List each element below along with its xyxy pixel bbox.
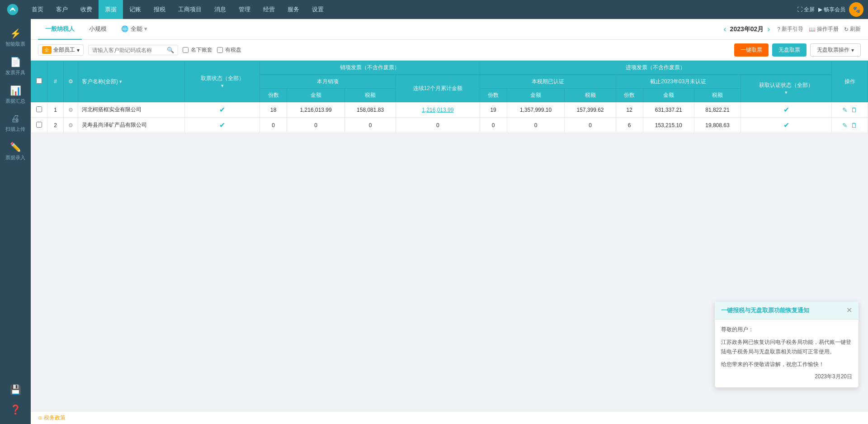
tab-bar: 一般纳税人 小规模 🌐 全能 ▾ ‹ 2023年02月 › ? 新手引导 <box>31 19 868 40</box>
row-monthly-tax: 0 <box>345 118 396 133</box>
select-all-checkbox[interactable] <box>36 78 42 84</box>
tax-disk-checkbox[interactable] <box>217 47 223 53</box>
period-label: 2023年02月 <box>730 25 764 33</box>
sidebar-item-download[interactable]: 💾 <box>0 380 31 400</box>
table-header-group-row: # ⚙ 客户名称(全部) ▾ 取票状态（全部） ▾ 销项发票（不含作废票） 进项… <box>31 61 868 75</box>
invoice-summary-icon: 📊 <box>10 85 21 96</box>
customer-filter-icon[interactable]: ▾ <box>119 79 122 84</box>
employee-dropdown-icon: ▾ <box>77 47 80 53</box>
row-monthly-count: 18 <box>260 102 287 118</box>
th-uncert-tax: 税额 <box>694 89 741 102</box>
cancel-filter-icon[interactable]: ▾ <box>221 83 224 88</box>
search-input[interactable] <box>92 47 165 53</box>
sidebar-item-invoice-entry[interactable]: ✏️ 票据录入 <box>0 137 31 166</box>
row-checkbox[interactable] <box>36 106 42 112</box>
tax-policy-link[interactable]: ⊙ 税务政策 <box>38 414 66 421</box>
refresh-button[interactable]: ↻ 刷新 <box>844 25 861 33</box>
nav-tax[interactable]: 报税 <box>147 0 172 19</box>
tab-all-capable[interactable]: 🌐 全能 ▾ <box>114 19 155 40</box>
row-cert-status: ✔ <box>741 118 832 133</box>
row-cert-tax: 157,399.62 <box>565 102 616 118</box>
cancel-status-icon: ✔ <box>219 121 225 129</box>
employee-tag: 全 <box>42 46 52 54</box>
refresh-icon: ↻ <box>844 26 849 33</box>
nav-invoice[interactable]: 票据 <box>99 0 123 19</box>
tab-actions: ? 新手引导 📖 操作手册 ↻ 刷新 <box>777 25 861 33</box>
row-edit-button[interactable]: ✎ <box>842 106 848 114</box>
nav-manage[interactable]: 管理 <box>232 0 257 19</box>
row-cert-count: 0 <box>480 118 507 133</box>
th-period-certified: 本税期已认证 <box>480 75 616 89</box>
cert-filter-icon[interactable]: ▾ <box>785 90 788 95</box>
row-gear-icon[interactable]: ⚙ <box>68 122 73 129</box>
th-action: 操作 <box>832 61 868 102</box>
checkbox-tax-disk[interactable]: 有税盘 <box>217 46 241 54</box>
row-cert-amount: 1,357,999.10 <box>507 102 565 118</box>
nav-message[interactable]: 消息 <box>208 0 232 19</box>
sidebar-item-scan-upload[interactable]: 🖨 扫描上传 <box>0 109 31 137</box>
row-monthly-amount: 0 <box>287 118 345 133</box>
fullscreen-button[interactable]: ⛶ 全屏 <box>797 6 815 14</box>
row-gear-icon[interactable]: ⚙ <box>68 107 73 113</box>
tab-general-taxpayer[interactable]: 一般纳税人 <box>38 19 82 40</box>
row-doc-button[interactable]: 🗒 <box>851 106 857 114</box>
th-monthly-tax: 税额 <box>345 89 396 102</box>
th-monthly-sales: 本月销项 <box>260 75 396 89</box>
new-guide-button[interactable]: ? 新手引导 <box>777 25 803 33</box>
scan-upload-icon: 🖨 <box>11 114 20 124</box>
table-row: 2 ⚙ 灵寿县尚泽矿产品有限公司 ✔ 0 0 0 0 0 0 0 6 153,2… <box>31 118 868 133</box>
nav-items: 首页 客户 收费 票据 记账 报税 工商项目 消息 管理 经营 服务 设置 <box>25 0 797 19</box>
fullscreen-icon: ⛶ <box>797 6 802 13</box>
top-navigation: 首页 客户 收费 票据 记账 报税 工商项目 消息 管理 经营 服务 设置 ⛶ … <box>0 0 868 19</box>
nav-right-area: ⛶ 全屏 ▶ 畅享会员 🐾 <box>797 2 863 17</box>
nav-settings[interactable]: 设置 <box>306 0 330 19</box>
invoice-entry-icon: ✏️ <box>10 142 21 152</box>
row-cancel-status: ✔ <box>185 102 260 118</box>
download-icon: 💾 <box>10 384 21 395</box>
member-button[interactable]: ▶ 畅享会员 <box>818 6 845 14</box>
period-next-button[interactable]: › <box>767 24 770 34</box>
nav-home[interactable]: 首页 <box>25 0 50 19</box>
row-gear: ⚙ <box>64 102 78 118</box>
globe-icon: 🌐 <box>121 25 128 32</box>
svg-point-1 <box>11 8 14 10</box>
sidebar-item-invoice-summary[interactable]: 📊 票据汇总 <box>0 81 31 109</box>
no-disk-ops-button[interactable]: 无盘取票操作 ▾ <box>810 43 861 57</box>
named-account-checkbox[interactable] <box>183 47 189 53</box>
tab-small-scale[interactable]: 小规模 <box>82 19 114 40</box>
row-doc-button[interactable]: 🗒 <box>851 122 857 129</box>
row-edit-button[interactable]: ✎ <box>842 122 848 129</box>
row-cert-status: ✔ <box>741 102 832 118</box>
th-checkbox <box>31 61 47 102</box>
manual-button[interactable]: 📖 操作手册 <box>809 25 839 33</box>
sidebar-item-smart-ticket[interactable]: ⚡ 智能取票 <box>0 24 31 52</box>
notification-close-button[interactable]: ✕ <box>846 306 852 314</box>
row-cancel-status: ✔ <box>185 118 260 133</box>
nav-operation[interactable]: 经营 <box>257 0 281 19</box>
nav-fee[interactable]: 收费 <box>74 0 99 19</box>
nav-customer[interactable]: 客户 <box>50 0 74 19</box>
th-sales-group: 销项发票（不含作废票） <box>260 61 480 75</box>
sidebar-item-help[interactable]: ❓ <box>0 400 31 419</box>
cumulative-value[interactable]: 1,216,013.99 <box>422 107 453 113</box>
period-navigation: ‹ 2023年02月 › <box>724 24 770 34</box>
row-cert-count: 19 <box>480 102 507 118</box>
notification-body: 尊敬的用户： 江苏政务网已恢复访问电子税务局功能，易代账一键登陆电子税务局与无盘… <box>715 319 859 387</box>
no-disk-ticket-button[interactable]: 无盘取票 <box>772 43 807 57</box>
sidebar-item-invoice-issue[interactable]: 📄 发票开具 <box>0 52 31 81</box>
row-uncert-count: 6 <box>616 118 643 133</box>
nav-bookkeeping[interactable]: 记账 <box>123 0 147 19</box>
row-monthly-count: 0 <box>260 118 287 133</box>
nav-service[interactable]: 服务 <box>281 0 306 19</box>
period-prev-button[interactable]: ‹ <box>724 24 726 34</box>
row-checkbox[interactable] <box>36 122 42 128</box>
one-click-ticket-button[interactable]: 一键取票 <box>734 43 769 57</box>
checkbox-named-account[interactable]: 名下账套 <box>183 46 212 54</box>
search-icon[interactable]: 🔍 <box>167 47 174 53</box>
tab-dropdown-icon[interactable]: ▾ <box>144 25 147 32</box>
user-avatar[interactable]: 🐾 <box>849 2 863 17</box>
app-logo <box>5 1 21 18</box>
employee-select[interactable]: 全 全部员工 ▾ <box>38 44 84 56</box>
nav-business[interactable]: 工商项目 <box>172 0 208 19</box>
manual-icon: 📖 <box>809 26 816 33</box>
